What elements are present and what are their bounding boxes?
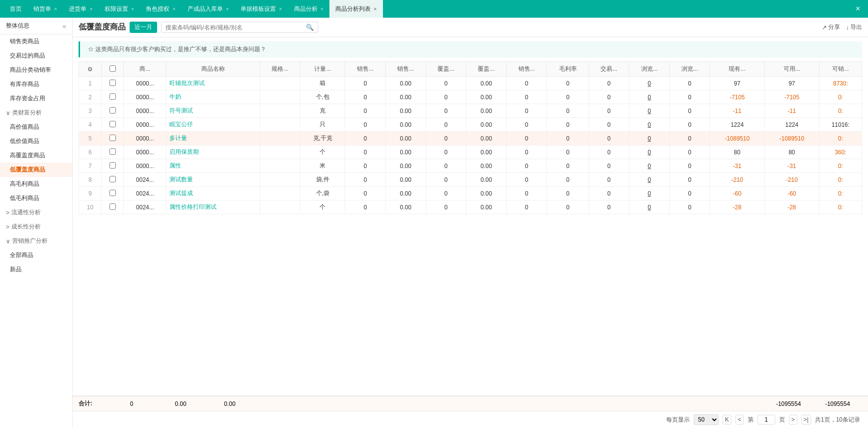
row-sale-count: 0 [507,200,547,214]
close-icon[interactable]: × [321,6,324,12]
nav-tab-home[interactable]: 首页 [4,0,27,18]
row-select-checkbox[interactable] [109,135,116,141]
sidebar-section-circulation[interactable]: > 流通性分析 [0,205,72,220]
row-browse1[interactable]: 0 [629,104,670,118]
sidebar-item-traded-goods[interactable]: 交易过的商品 [0,49,72,63]
row-name[interactable]: 眠宝公仔 [166,118,260,132]
sidebar-item-new-goods[interactable]: 新品 [0,262,72,277]
nav-tab-analysis[interactable]: 商品分析 × [288,0,329,18]
row-name[interactable]: 属性 [166,159,260,173]
row-name[interactable]: 启用保质期 [166,145,260,159]
nav-tab-template[interactable]: 单据模板设置 × [235,0,288,18]
row-checkbox[interactable] [102,145,124,159]
page-input[interactable] [758,415,775,425]
export-button[interactable]: ↓ 导出 [846,23,862,31]
row-select-checkbox[interactable] [109,176,116,182]
row-cover2: 0.00 [466,104,506,118]
close-icon[interactable]: × [54,6,57,12]
sidebar-collapse-button[interactable]: « [62,22,66,30]
sidebar-item-low-profit[interactable]: 低毛利商品 [0,191,72,205]
nav-tab-purchase[interactable]: 进货单 × [63,0,98,18]
row-checkbox[interactable] [102,159,124,173]
row-checkbox[interactable] [102,90,124,104]
row-name[interactable]: 多计量 [166,132,260,145]
row-select-checkbox[interactable] [109,203,116,210]
row-select-checkbox[interactable] [109,162,116,169]
sidebar-item-sales-goods[interactable]: 销售类商品 [0,34,72,49]
search-box: 🔍 [161,22,318,33]
row-browse1[interactable]: 0 [629,145,670,159]
search-icon[interactable]: 🔍 [306,24,314,31]
row-name[interactable]: 符号测试 [166,104,260,118]
nav-tab-warehouse[interactable]: 产成品入库单 × [182,0,235,18]
filter-button[interactable]: 近一月 [130,22,157,33]
row-select-checkbox[interactable] [109,80,116,86]
first-page-button[interactable]: K [723,415,732,425]
col-checkbox[interactable] [102,62,124,77]
row-browse2: 0 [670,132,710,145]
row-browse1[interactable]: 0 [629,90,670,104]
per-page-select[interactable]: 50 100 200 [694,414,719,425]
sidebar-item-all-goods[interactable]: 全部商品 [0,248,72,262]
row-name[interactable]: 测试数量 [166,173,260,187]
row-saleable: 0: [819,200,862,214]
row-select-checkbox[interactable] [109,148,116,155]
row-name[interactable]: 旺辅批次测试 [166,77,260,90]
close-all-button[interactable]: × [852,4,864,13]
row-checkbox[interactable] [102,77,124,90]
row-browse1[interactable]: 0 [629,118,670,132]
sidebar-item-low-coverage[interactable]: 低覆盖度商品 [0,163,72,177]
row-checkbox[interactable] [102,173,124,187]
next-page-button[interactable]: > [789,415,797,425]
row-checkbox[interactable] [102,118,124,132]
sidebar-item-in-stock[interactable]: 有库存商品 [0,77,72,91]
sidebar-item-high-profit[interactable]: 高毛利商品 [0,177,72,191]
row-browse1[interactable]: 0 [629,159,670,173]
close-icon[interactable]: × [279,6,282,12]
close-icon[interactable]: × [226,6,229,12]
row-select-checkbox[interactable] [109,121,116,127]
share-button[interactable]: ↗ 分享 [822,23,840,31]
row-checkbox[interactable] [102,104,124,118]
row-gross-margin: 0 [547,118,589,132]
row-browse1[interactable]: 0 [629,187,670,200]
row-checkbox[interactable] [102,200,124,214]
close-icon[interactable]: × [131,6,134,12]
sidebar-section-wealth[interactable]: ∨ 类财富分析 [0,106,72,120]
nav-tab-permission[interactable]: 权限设置 × [99,0,140,18]
sidebar-section-marketing[interactable]: ∨ 营销推广分析 [0,234,72,248]
sidebar-section-growth[interactable]: > 成长性分析 [0,220,72,234]
prev-page-button[interactable]: < [735,415,744,425]
row-select-checkbox[interactable] [109,107,116,114]
last-page-button[interactable]: >| [801,415,811,425]
row-select-checkbox[interactable] [109,93,116,100]
row-browse1[interactable]: 0 [629,200,670,214]
info-banner: ☆ 这类商品只有很少客户购买过，是推广不够，还是商品本身问题？ [79,41,862,57]
select-all-checkbox[interactable] [109,65,116,72]
nav-tab-role[interactable]: 角色授权 × [140,0,181,18]
table-wrapper[interactable]: ⚙ 商... 商品名称 规格... 计量... 销售... 销售... 覆盖..… [73,57,868,396]
row-name[interactable]: 属性价格打印测试 [166,200,260,214]
row-browse1[interactable]: 0 [629,173,670,187]
sidebar-item-high-value[interactable]: 高价值商品 [0,120,72,134]
search-input[interactable] [165,24,306,31]
col-settings[interactable]: ⚙ [79,62,102,77]
sidebar-item-low-value[interactable]: 低价值商品 [0,134,72,148]
row-browse1[interactable]: 0 [629,77,670,90]
nav-tab-analysis-list[interactable]: 商品分析列表 × [329,0,382,18]
row-select-checkbox[interactable] [109,190,116,196]
close-icon[interactable]: × [89,6,92,12]
close-icon[interactable]: × [172,6,175,12]
close-icon[interactable]: × [374,6,377,12]
row-checkbox[interactable] [102,132,124,145]
row-code: 0000... [124,159,166,173]
row-name[interactable]: 测试提成 [166,187,260,200]
row-trade: 0 [589,159,629,173]
nav-tab-sales[interactable]: 销货单 × [27,0,63,18]
sidebar-item-stock-capital[interactable]: 库存资金占用 [0,91,72,106]
row-checkbox[interactable] [102,187,124,200]
row-browse1[interactable]: 0 [629,132,670,145]
sidebar-item-category-sales-rate[interactable]: 商品分类动销率 [0,63,72,77]
row-name[interactable]: 牛奶 [166,90,260,104]
sidebar-item-high-coverage[interactable]: 高覆盖度商品 [0,148,72,163]
